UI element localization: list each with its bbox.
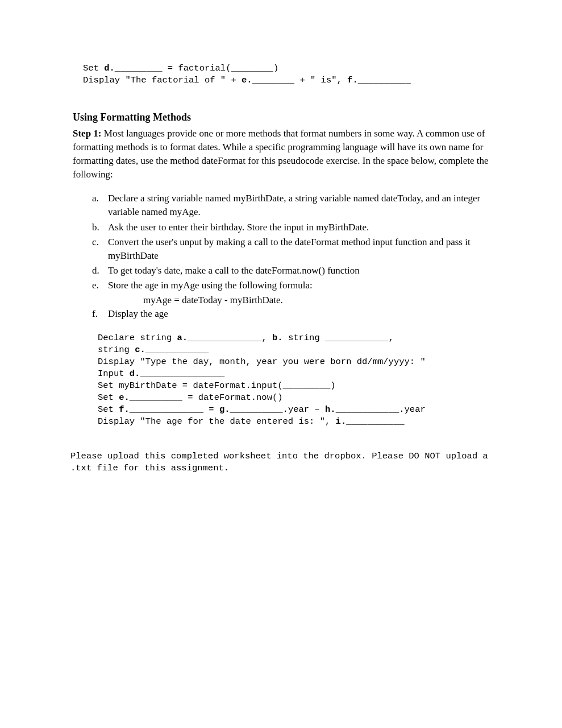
code-line: Display "The age for the date entered is… — [98, 416, 494, 428]
code-line: Set e.__________ = dateFormat.now() — [98, 392, 494, 404]
list-item-d: d. To get today's date, make a call to t… — [92, 264, 494, 278]
code-line: Set myBirthDate = dateFormat.input(_____… — [98, 380, 494, 392]
step-text: Most languages provide one or more metho… — [73, 128, 489, 180]
code-line: Set d._________ = factorial(________) — [83, 63, 494, 75]
code-line: Declare string a.______________, b. stri… — [98, 332, 494, 344]
list-item-f: f. Display the age — [92, 307, 494, 321]
section-heading: Using Formatting Methods — [73, 111, 494, 123]
code-snippet-factorial: Set d._________ = factorial(________) Di… — [83, 63, 494, 86]
list-item-c: c. Convert the user's unput by making a … — [92, 235, 494, 263]
step1-paragraph: Step 1: Most languages provide one or mo… — [73, 127, 494, 182]
code-line: Set f.______________ = g.__________.year… — [98, 404, 494, 416]
formula-line: myAge = dateToday - myBirthDate. — [143, 293, 494, 307]
list-item-a: a. Declare a string variable named myBir… — [92, 192, 494, 219]
code-line: Display "The factorial of " + e.________… — [83, 75, 494, 86]
code-line: Input d.________________ — [98, 368, 494, 380]
code-snippet-dateformat: Declare string a.______________, b. stri… — [98, 332, 494, 427]
document-page: Set d._________ = factorial(________) Di… — [0, 0, 562, 543]
upload-instruction: Please upload this completed worksheet i… — [70, 450, 494, 474]
instruction-list: a. Declare a string variable named myBir… — [92, 192, 494, 321]
code-line: Display "Type the day, month, year you w… — [98, 356, 494, 368]
list-item-b: b. Ask the user to enter their birthday.… — [92, 221, 494, 234]
list-item-e: e. Store the age in myAge using the foll… — [92, 279, 494, 292]
code-line: string c.____________ — [98, 344, 494, 356]
step-label: Step 1: — [73, 128, 102, 139]
